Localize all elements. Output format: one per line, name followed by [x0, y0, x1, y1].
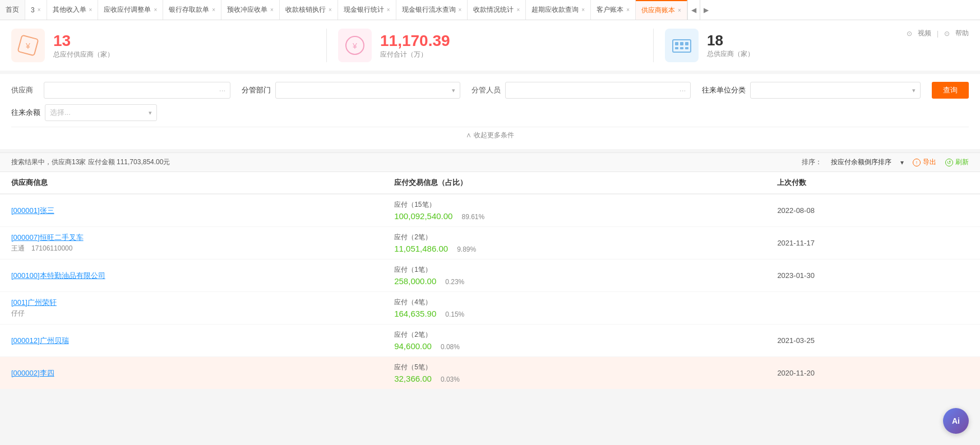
close-tab-adjust-icon[interactable]: × — [154, 7, 157, 13]
supplier-link-000007[interactable]: [000007]恒旺二手叉车 — [11, 233, 84, 242]
column-header-last-pay: 上次付数 — [777, 178, 969, 188]
nav-tab-other-income[interactable]: 其他收入单 × — [47, 0, 99, 20]
supplier-icon: ¥ — [11, 29, 45, 62]
close-tab-write-off-icon[interactable]: × — [329, 7, 332, 13]
close-tab-3-icon[interactable]: × — [38, 7, 41, 13]
nav-tab-adjust[interactable]: 应收应付调整单 × — [98, 0, 163, 20]
close-tab-overdue-icon[interactable]: × — [581, 7, 585, 13]
pay-label-000002: 应付（5笔） — [394, 363, 777, 372]
search-field-balance: 往来余额 选择... ▾ — [11, 104, 157, 121]
nav-tab-home[interactable]: 首页 — [0, 0, 25, 20]
pay-label-000012: 应付（2笔） — [394, 330, 777, 340]
header-action-area: ⊙ 视频 | ⊙ 帮助 — [907, 29, 969, 38]
nav-tab-receipt-stat[interactable]: 收款情况统计 × — [468, 0, 526, 20]
nav-tab-bank-deposit[interactable]: 银行存取款单 × — [163, 0, 221, 20]
last-pay-000100: 2023-01-30 — [777, 271, 969, 280]
pay-amount-000012[interactable]: 94,600.00 — [394, 341, 432, 351]
data-table: 供应商信息 应付交易信息（占比） 上次付数 [000001]张三 应付（15笔）… — [0, 172, 980, 390]
close-tab-bank-deposit-icon[interactable]: × — [212, 7, 215, 13]
supplier-link-000001[interactable]: [000001]张三 — [11, 206, 54, 215]
sort-chevron-down-icon[interactable]: ▾ — [900, 159, 904, 166]
close-tab-supplier-ledger-icon[interactable]: × — [678, 7, 681, 13]
close-tab-prepay-icon[interactable]: × — [270, 7, 274, 13]
pay-percent-000012: 0.08% — [441, 343, 460, 351]
nav-tab-write-off[interactable]: 收款核销执行 × — [280, 0, 338, 20]
export-icon: ↑ — [913, 159, 921, 166]
search-field-category: 往来单位分类 ▾ — [702, 82, 921, 99]
table-header: 供应商信息 应付交易信息（占比） 上次付数 — [0, 172, 980, 194]
supplier-label: 供应商 — [11, 85, 39, 95]
supplier-info-cell: [000002]李四 — [11, 368, 394, 378]
category-select[interactable]: ▾ — [750, 82, 921, 99]
person-dots-icon[interactable]: ··· — [679, 86, 686, 95]
dept-label: 分管部门 — [242, 85, 271, 95]
refresh-icon: ↺ — [945, 159, 953, 166]
supplier-link-000012[interactable]: [000012]广州贝瑞 — [11, 336, 69, 345]
close-tab-other-income-icon[interactable]: × — [89, 7, 93, 13]
result-bar: 搜索结果中，供应商13家 应付金额 111,703,854.00元 排序： 按应… — [0, 152, 980, 172]
table-row: [000001]张三 应付（15笔） 100,092,540.00 89.61%… — [0, 194, 980, 227]
payable-suppliers-label: 总应付供应商（家） — [53, 50, 114, 59]
supplier-contact-001: 仔仔 — [11, 309, 394, 318]
pay-info-cell: 应付（15笔） 100,092,540.00 89.61% — [394, 200, 777, 221]
close-tab-cash-flow-icon[interactable]: × — [459, 7, 462, 13]
category-chevron-down-icon: ▾ — [912, 87, 916, 94]
pay-info-cell: 应付（4笔） 164,635.90 0.15% — [394, 298, 777, 318]
nav-tab-overdue[interactable]: 超期应收款查询 × — [526, 0, 591, 20]
close-tab-cash-stat-icon[interactable]: × — [387, 7, 390, 13]
pay-info-cell: 应付（2笔） 94,600.00 0.08% — [394, 330, 777, 351]
last-pay-000001: 2022-08-08 — [777, 206, 969, 215]
result-actions-area: 排序： 按应付余额倒序排序 ▾ ↑ 导出 ↺ 刷新 — [802, 157, 969, 167]
payable-suppliers-text: 13 总应付供应商（家） — [53, 31, 114, 60]
payable-total-icon: ¥ — [338, 29, 372, 62]
pay-amount-001[interactable]: 164,635.90 — [394, 309, 436, 318]
supplier-input[interactable] — [44, 82, 230, 99]
person-input[interactable] — [505, 82, 691, 99]
svg-rect-9 — [680, 47, 683, 49]
pay-info-cell: 应付（1笔） 258,000.00 0.23% — [394, 265, 777, 286]
help-link[interactable]: 帮助 — [955, 29, 969, 38]
nav-tab-cash-stat[interactable]: 现金银行统计 × — [338, 0, 396, 20]
search-row-1: 供应商 ··· 分管部门 ▾ 分管人员 ··· 往来单位分类 — [11, 82, 969, 99]
supplier-info-cell: [000012]广州贝瑞 — [11, 336, 394, 346]
nav-next-button[interactable]: ▶ — [700, 0, 712, 20]
query-button[interactable]: 查询 — [932, 82, 969, 99]
nav-tab-supplier-ledger[interactable]: 供应商账本 × — [636, 0, 687, 20]
payable-total-label: 应付合计（万） — [380, 50, 450, 59]
search-field-dept: 分管部门 ▾ — [242, 82, 461, 99]
pay-info-cell: 应付（2笔） 11,051,486.00 9.89% — [394, 233, 777, 253]
supplier-link-000100[interactable]: [000100]本特勤油品有限公司 — [11, 271, 105, 280]
close-tab-customer-ledger-icon[interactable]: × — [626, 7, 630, 13]
supplier-input-wrapper: ··· — [44, 82, 230, 99]
nav-tab-cash-flow[interactable]: 现金银行流水查询 × — [396, 0, 468, 20]
sort-value[interactable]: 按应付余额倒序排序 — [831, 157, 891, 167]
pay-amount-000007[interactable]: 11,051,486.00 — [394, 244, 448, 253]
nav-tab-3[interactable]: 3 × — [25, 0, 47, 20]
result-info-text: 搜索结果中，供应商13家 应付金额 111,703,854.00元 — [11, 157, 170, 167]
pay-label-000001: 应付（15笔） — [394, 200, 777, 210]
nav-prev-button[interactable]: ◀ — [687, 0, 700, 20]
pay-info-cell: 应付（5笔） 32,366.00 0.03% — [394, 363, 777, 383]
collapse-bar[interactable]: ∧ 收起更多条件 — [11, 127, 969, 143]
nav-tab-customer-ledger[interactable]: 客户账本 × — [591, 0, 636, 20]
close-tab-receipt-stat-icon[interactable]: × — [516, 7, 520, 13]
stat-divider-1 — [326, 29, 327, 62]
stat-divider-2 — [653, 29, 654, 62]
supplier-link-001[interactable]: [001]广州荣轩 — [11, 298, 57, 307]
video-link[interactable]: 视频 — [918, 29, 931, 38]
last-pay-000002: 2020-11-20 — [777, 369, 969, 377]
supplier-link-000002[interactable]: [000002]李四 — [11, 369, 54, 377]
balance-label: 往来余额 — [11, 108, 40, 118]
supplier-dots-icon[interactable]: ··· — [219, 86, 226, 95]
dept-select[interactable]: ▾ — [275, 82, 461, 99]
column-header-supplier: 供应商信息 — [11, 178, 394, 188]
balance-select[interactable]: 选择... ▾ — [45, 104, 157, 121]
header-stats-area: ¥ 13 总应付供应商（家） ¥ 11,170.39 应付合计（万） — [0, 20, 980, 71]
nav-tab-prepay[interactable]: 预收冲应收单 × — [221, 0, 280, 20]
pay-amount-000001[interactable]: 100,092,540.00 — [394, 211, 452, 221]
refresh-button[interactable]: ↺ 刷新 — [945, 157, 969, 167]
pay-amount-000002[interactable]: 32,366.00 — [394, 374, 432, 383]
balance-chevron-down-icon: ▾ — [149, 109, 152, 117]
export-button[interactable]: ↑ 导出 — [913, 157, 936, 167]
pay-amount-000100[interactable]: 258,000.00 — [394, 276, 436, 286]
